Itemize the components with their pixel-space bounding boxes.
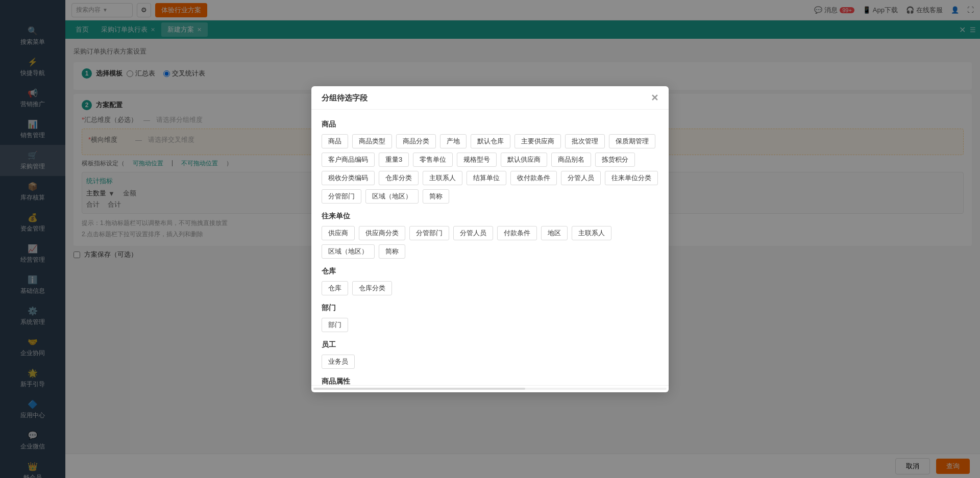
field-manager-partner[interactable]: 分管人员 bbox=[453, 226, 493, 240]
field-partner-category[interactable]: 往来单位分类 bbox=[605, 171, 658, 185]
modal-close-button[interactable]: ✕ bbox=[651, 93, 658, 103]
field-origin[interactable]: 产地 bbox=[440, 134, 467, 148]
field-supplier-category[interactable]: 供应商分类 bbox=[359, 226, 405, 240]
section-title-dept: 部门 bbox=[322, 304, 658, 313]
field-warehouse[interactable]: 仓库 bbox=[322, 281, 348, 295]
field-dept-partner[interactable]: 分管部门 bbox=[409, 226, 449, 240]
field-goods-type[interactable]: 商品类型 bbox=[352, 134, 392, 148]
field-default-warehouse[interactable]: 默认仓库 bbox=[471, 134, 510, 148]
scroll-thumb bbox=[313, 388, 525, 390]
field-main-contact-partner[interactable]: 主联系人 bbox=[572, 226, 611, 240]
section-title-goods: 商品 bbox=[322, 120, 658, 129]
field-batch-mgmt[interactable]: 批次管理 bbox=[565, 134, 605, 148]
field-warehouse-category[interactable]: 仓库分类 bbox=[379, 171, 419, 185]
field-shelf-life[interactable]: 保质期管理 bbox=[609, 134, 655, 148]
field-select-modal: 分组待选字段 ✕ 商品 商品 商品类型 商品分类 产地 默认仓库 主要供应商 批… bbox=[311, 86, 669, 392]
modal-body[interactable]: 商品 商品 商品类型 商品分类 产地 默认仓库 主要供应商 批次管理 保质期管理… bbox=[311, 110, 669, 386]
scroll-track bbox=[313, 388, 667, 390]
field-department[interactable]: 部门 bbox=[322, 318, 348, 332]
field-warehouse-cat[interactable]: 仓库分类 bbox=[352, 281, 392, 295]
modal-header: 分组待选字段 ✕ bbox=[311, 86, 669, 110]
field-area[interactable]: 地区 bbox=[541, 226, 568, 240]
section-title-partner: 往来单位 bbox=[322, 212, 658, 221]
field-goods[interactable]: 商品 bbox=[322, 134, 348, 148]
field-retail-unit[interactable]: 零售单位 bbox=[413, 153, 453, 167]
field-salesperson[interactable]: 业务员 bbox=[322, 355, 355, 369]
field-region-partner[interactable]: 区域（地区） bbox=[322, 244, 375, 259]
field-short-name-goods[interactable]: 简称 bbox=[423, 189, 449, 204]
field-main-contact[interactable]: 主联系人 bbox=[423, 171, 462, 185]
field-goods-category[interactable]: 商品分类 bbox=[396, 134, 436, 148]
field-manager[interactable]: 分管人员 bbox=[561, 171, 601, 185]
field-region-goods[interactable]: 区域（地区） bbox=[365, 189, 419, 204]
modal-title: 分组待选字段 bbox=[322, 93, 368, 103]
field-weight3[interactable]: 重量3 bbox=[379, 153, 409, 167]
field-customer-goods-code[interactable]: 客户商品编码 bbox=[322, 153, 375, 167]
field-grid-goods: 商品 商品类型 商品分类 产地 默认仓库 主要供应商 批次管理 保质期管理 客户… bbox=[322, 134, 658, 204]
field-grid-employee: 业务员 bbox=[322, 355, 658, 369]
field-grid-partner: 供应商 供应商分类 分管部门 分管人员 付款条件 地区 主联系人 区域（地区） … bbox=[322, 226, 658, 259]
field-dept[interactable]: 分管部门 bbox=[322, 189, 361, 204]
section-title-warehouse: 仓库 bbox=[322, 267, 658, 276]
field-main-supplier[interactable]: 主要供应商 bbox=[514, 134, 561, 148]
field-settlement-unit[interactable]: 结算单位 bbox=[467, 171, 506, 185]
field-spec-type[interactable]: 规格型号 bbox=[457, 153, 497, 167]
field-goods-alias[interactable]: 商品别名 bbox=[551, 153, 591, 167]
field-tax-code[interactable]: 税收分类编码 bbox=[322, 171, 375, 185]
field-short-name-partner[interactable]: 简称 bbox=[379, 244, 405, 259]
section-title-employee: 员工 bbox=[322, 340, 658, 349]
section-title-attr: 商品属性 bbox=[322, 377, 658, 386]
field-supplier[interactable]: 供应商 bbox=[322, 226, 355, 240]
modal-scrollbar bbox=[311, 385, 669, 392]
field-default-supplier[interactable]: 默认供应商 bbox=[501, 153, 547, 167]
field-grid-dept: 部门 bbox=[322, 318, 658, 332]
field-grid-warehouse: 仓库 仓库分类 bbox=[322, 281, 658, 295]
field-payment-cond[interactable]: 付款条件 bbox=[497, 226, 537, 240]
field-pick-points[interactable]: 拣货积分 bbox=[595, 153, 635, 167]
field-payment-terms[interactable]: 收付款条件 bbox=[510, 171, 557, 185]
